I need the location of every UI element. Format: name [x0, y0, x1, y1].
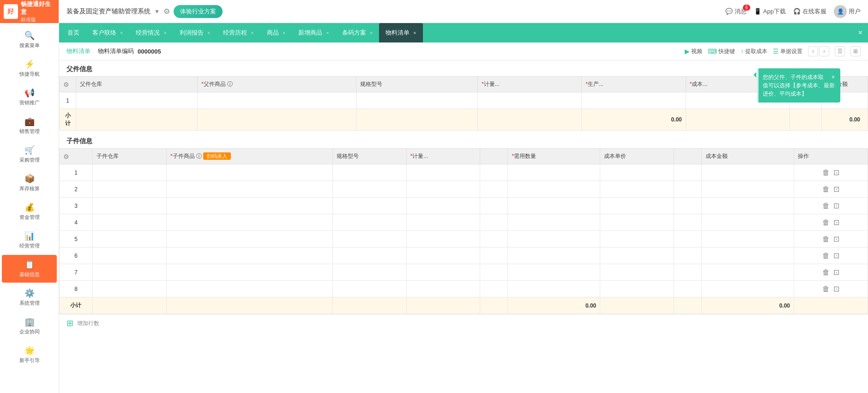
add-row-label[interactable]: 增加行数 [77, 320, 99, 327]
prev-arrow[interactable]: ‹ [808, 46, 818, 56]
child-spec-2[interactable] [332, 181, 406, 198]
child-warehouse-5[interactable] [92, 231, 166, 248]
child-settings-icon[interactable]: ⚙ [63, 153, 69, 160]
user-avatar[interactable]: 👤 用户 [834, 5, 861, 18]
copy-row-7-icon[interactable]: ⊡ [833, 268, 839, 276]
tab-bom[interactable]: 物料清单 × [379, 23, 422, 42]
child-qty-3[interactable] [508, 198, 600, 214]
slip-settings-button[interactable]: ☰ 单据设置 [773, 48, 802, 55]
child-spec-5[interactable] [332, 231, 406, 248]
child-measure-7[interactable] [406, 264, 480, 281]
child-goods-1[interactable] [166, 164, 332, 181]
tab-profit[interactable]: 利润报告 × [173, 23, 217, 42]
child-goods-8[interactable] [166, 281, 332, 297]
child-unit-cost-2[interactable] [600, 181, 674, 198]
child-measure-4[interactable] [406, 214, 480, 231]
copy-row-6-icon[interactable]: ⊡ [833, 252, 839, 260]
child-unit-cost-1[interactable] [600, 164, 674, 181]
child-goods-5[interactable] [166, 231, 332, 248]
experience-button[interactable]: 体验行业方案 [174, 5, 223, 18]
child-measure-5[interactable] [406, 231, 480, 248]
list-view-button[interactable]: ☰ [835, 46, 845, 56]
sidebar-item-sales[interactable]: 💼 销售管理 [2, 112, 57, 139]
delete-row-2-icon[interactable]: 🗑 [822, 185, 830, 193]
grid-expand-button[interactable]: ⊞ [850, 46, 861, 56]
copy-row-8-icon[interactable]: ⊡ [833, 285, 839, 293]
copy-row-4-icon[interactable]: ⊡ [833, 218, 839, 226]
delete-row-7-icon[interactable]: 🗑 [822, 268, 830, 276]
child-measure-3[interactable] [406, 198, 480, 214]
delete-row-6-icon[interactable]: 🗑 [822, 252, 830, 260]
parent-settings-icon[interactable]: ⚙ [63, 81, 69, 88]
next-arrow[interactable]: › [819, 46, 829, 56]
copy-row-2-icon[interactable]: ⊡ [833, 185, 839, 193]
child-unit-cost-7[interactable] [600, 264, 674, 281]
delete-row-3-icon[interactable]: 🗑 [822, 202, 830, 210]
sidebar-item-quick-nav[interactable]: ⚡ 快捷导航 [2, 54, 57, 82]
tab-goods[interactable]: 商品 × [260, 23, 292, 42]
scan-input-button[interactable]: 扫码录入 [203, 152, 231, 160]
tab-add-goods-close[interactable]: × [326, 30, 329, 36]
child-spec-7[interactable] [332, 264, 406, 281]
child-measure-2[interactable] [406, 181, 480, 198]
child-goods-2[interactable] [166, 181, 332, 198]
tab-add-goods[interactable]: 新增商品 × [292, 23, 335, 42]
parent-goods-cell[interactable] [198, 92, 356, 109]
online-service-button[interactable]: 🎧 在线客服 [793, 7, 826, 16]
shortcut-button[interactable]: ⌨ 快捷键 [708, 48, 735, 55]
child-unit-cost-6[interactable] [600, 248, 674, 264]
child-measure-1[interactable] [406, 164, 480, 181]
tab-operations[interactable]: 经营情况 × [129, 23, 173, 42]
child-qty-5[interactable] [508, 231, 600, 248]
child-goods-6[interactable] [166, 248, 332, 264]
copy-row-3-icon[interactable]: ⊡ [833, 202, 839, 210]
tab-goods-close[interactable]: × [283, 30, 285, 36]
delete-row-8-icon[interactable]: 🗑 [822, 285, 830, 293]
delete-row-5-icon[interactable]: 🗑 [822, 235, 830, 243]
tab-home[interactable]: 首页 [61, 23, 86, 42]
sidebar-item-inventory[interactable]: 📦 库存核算 [2, 169, 57, 197]
sidebar-item-system[interactable]: ⚙️ 系统管理 [2, 284, 57, 311]
child-warehouse-2[interactable] [92, 181, 166, 198]
sidebar-item-finance[interactable]: 💰 资金管理 [2, 198, 57, 225]
copy-row-1-icon[interactable]: ⊡ [833, 169, 839, 176]
tab-barcode[interactable]: 条码方案 × [336, 23, 379, 42]
settings-gear-icon[interactable]: ⚙ [163, 7, 170, 16]
tab-customer[interactable]: 客户联络 × [86, 23, 129, 42]
tab-history-close[interactable]: × [251, 30, 253, 36]
child-goods-4[interactable] [166, 214, 332, 231]
extract-cost-button[interactable]: ↑ 提取成本 [741, 48, 767, 55]
child-qty-8[interactable] [508, 281, 600, 297]
child-spec-1[interactable] [332, 164, 406, 181]
parent-production-cell[interactable] [582, 92, 686, 109]
sidebar-item-search[interactable]: 🔍 搜索菜单 [2, 26, 57, 54]
parent-spec-cell[interactable] [356, 92, 478, 109]
sidebar-item-guide[interactable]: 🌟 新手引导 [2, 341, 57, 369]
child-spec-4[interactable] [332, 214, 406, 231]
child-unit-cost-3[interactable] [600, 198, 674, 214]
view-video-button[interactable]: ▶ 视频 [685, 48, 702, 55]
add-row-icon[interactable]: ⊞ [66, 318, 73, 328]
tooltip-close-icon[interactable]: × [832, 73, 835, 81]
tab-barcode-close[interactable]: × [370, 30, 373, 36]
child-warehouse-7[interactable] [92, 264, 166, 281]
tab-operations-close[interactable]: × [163, 30, 166, 36]
child-warehouse-4[interactable] [92, 214, 166, 231]
child-spec-3[interactable] [332, 198, 406, 214]
delete-row-1-icon[interactable]: 🗑 [822, 169, 830, 176]
close-all-tabs[interactable]: × [855, 25, 866, 41]
parent-warehouse-cell[interactable] [76, 92, 198, 109]
child-unit-cost-5[interactable] [600, 231, 674, 248]
child-unit-cost-8[interactable] [600, 281, 674, 297]
child-spec-6[interactable] [332, 248, 406, 264]
child-measure-8[interactable] [406, 281, 480, 297]
copy-row-5-icon[interactable]: ⊡ [833, 235, 839, 243]
sidebar-item-purchase[interactable]: 🛒 采购管理 [2, 140, 57, 168]
tab-profit-close[interactable]: × [207, 30, 210, 36]
child-qty-1[interactable] [508, 164, 600, 181]
child-goods-3[interactable] [166, 198, 332, 214]
app-download-button[interactable]: 📱 App下载 [754, 7, 786, 16]
messages-button[interactable]: 💬 消息 6 [725, 7, 747, 16]
sidebar-item-operations[interactable]: 📊 经营管理 [2, 226, 57, 254]
breadcrumb-parent[interactable]: 物料清单 [66, 47, 90, 55]
